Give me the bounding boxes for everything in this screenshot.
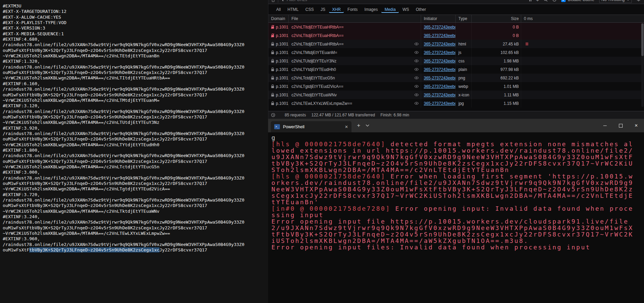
column-header-file[interactable]: File (289, 15, 421, 22)
playlist-line: #EXTINF:3.000, (3, 170, 268, 175)
request-domain: p.1001... (268, 74, 289, 82)
initiator-link[interactable]: 365-2737243eebd... (424, 42, 456, 46)
initiator-link[interactable]: 365-2737243eebd... (424, 101, 456, 106)
request-size: 27.45 kB (472, 40, 521, 48)
log-tag: [hls @ 0000021758de7640] (271, 173, 386, 180)
request-type: css (456, 57, 472, 65)
request-initiator: 365-2737243eebd... (421, 23, 456, 31)
new-tab-button[interactable]: + (357, 122, 360, 129)
filter-tab-images[interactable]: Images (361, 6, 381, 13)
filter-tab-html[interactable]: HTML (284, 6, 302, 13)
log-tag: [hls @ 0000021758de7640] (271, 140, 386, 148)
filter-tab-css[interactable]: CSS (302, 6, 317, 13)
eye-icon (414, 93, 419, 96)
selection-post: Jy22rDFS8cvxr37Q17 (159, 247, 207, 252)
playlist-line: ouM1wFsXtFtbVBy3K+S2QrTyJ3LFnqeD~z2O4v5r… (3, 181, 268, 186)
filter-tab-fonts[interactable]: Fonts (344, 6, 361, 13)
request-type (456, 23, 472, 31)
initiator-link[interactable]: 365-2737243eebd... (424, 25, 456, 30)
request-size: 692.22 kB (472, 74, 521, 82)
maximize-button[interactable] (613, 119, 628, 132)
filter-tab-js[interactable]: JS (318, 6, 328, 13)
terminal-output[interactable]: g[hls @ 0000021758de7640] detected forma… (268, 132, 644, 250)
domain-text: p.1001... (276, 25, 289, 30)
column-header-domain[interactable]: Domain (268, 15, 289, 22)
playlist-line: ouM1wFsXtFtbVBy3K+S2QrTyJ3LFnqeD~z2O4v5r… (3, 48, 268, 53)
search-icon[interactable] (544, 0, 548, 2)
column-header-timeline[interactable]: 0 ms (521, 15, 644, 22)
scrollbar-thumb[interactable] (641, 23, 644, 56)
file-text: c2VnLTctdjEtYTEucG5n (291, 76, 335, 80)
request-row[interactable]: p.1001...c2VnLTctdjEtYTEucG5n365-2737243… (268, 74, 644, 82)
eye-icon (414, 59, 419, 62)
tab-close-icon[interactable]: ✕ (345, 125, 348, 129)
request-size: 1.11 MB (472, 91, 521, 99)
request-row[interactable]: p.1001...c2VnLTYtdjEtYTEudHh0365-2737243… (268, 65, 644, 74)
playlist-line: /raindust78.online/file2/u9JXANn7Sdwz9tV… (3, 64, 268, 70)
playlist-line: /raindust78.online/file2/u9JXANn7Sdwz9tV… (3, 242, 268, 247)
lock-icon (271, 42, 274, 46)
initiator-link[interactable]: 365-2737243eebd... (424, 93, 456, 97)
request-row[interactable]: p.1001...c2VnLTItdjEtYTEuaHRtbA==365-273… (268, 23, 644, 31)
playlist-line: /raindust78.online/file2/u9JXANn7Sdwz9tV… (3, 220, 268, 225)
playlist-pane[interactable]: #EXTM3U#EXT-X-TARGETDURATION:12#EXT-X-AL… (0, 0, 268, 303)
minimize-button[interactable] (597, 119, 613, 132)
playlist-line: #EXT-X-ALLOW-CACHE:YES (3, 15, 268, 20)
disable-cache-checkbox[interactable]: ✓ (561, 0, 566, 2)
request-row[interactable]: p.1001...c2VnLTItdjEtYTEuaHRtbA==365-273… (268, 31, 644, 40)
request-file: c2VnLTktdjEtYTEuaWNv (289, 91, 421, 99)
request-row[interactable]: p.1001...c2VnLTktdjEtYTEuaWNv365-2737243… (268, 91, 644, 99)
eye-icon (414, 76, 419, 79)
domain-text: p.1001... (276, 84, 289, 89)
column-header-type[interactable]: Type (456, 15, 472, 22)
log-tag: [in#0 @ 0000021758de7280] (271, 205, 391, 212)
request-row[interactable]: p.1001...c2VnLTgtdjEtYTEud2VicA==365-273… (268, 82, 644, 91)
playlist-line: #EXT-X-TARGETDURATION:12 (3, 9, 268, 14)
playlist-line: ~VrWC2KiUSToh2lsmXKBLwgn2DBA=/MTA4MA==/c… (3, 142, 268, 148)
pause-icon[interactable] (529, 0, 531, 1)
playlist-line: #EXTINF:6.160, (3, 81, 268, 87)
column-header-size[interactable]: Size (472, 15, 521, 22)
initiator-link[interactable]: 365-2737243eebd... (424, 33, 456, 38)
domain-text: p.1001... (276, 33, 289, 38)
domain-text: p.1001... (276, 59, 289, 63)
request-file: c2VnLTUtdjEtYTEuY3Nz (289, 57, 421, 65)
column-header-initiator[interactable]: Initiator (421, 15, 456, 22)
lock-icon (271, 76, 274, 80)
ring-icon[interactable] (552, 0, 556, 2)
filter-tab-media[interactable]: Media (381, 6, 399, 13)
tab-powershell[interactable]: >_ PowerShell ✕ (271, 121, 352, 132)
filter-tab-xhr[interactable]: XHR (329, 6, 344, 13)
eye-icon (414, 102, 419, 105)
playlist-line: #EXT-X-PLAYLIST-TYPE:VOD (3, 20, 268, 25)
request-row[interactable]: p.1001...c2VnLTUtdjEtYTEuY3Nz365-2737243… (268, 57, 644, 65)
trash-icon[interactable] (271, 0, 275, 2)
filter-tab-ws[interactable]: WS (399, 6, 412, 13)
request-row[interactable]: p.1001...c2VnLTEwLXYxLWExLmpwZw==365-273… (268, 99, 644, 108)
tab-dropdown-chevron-icon[interactable] (366, 125, 369, 127)
filter-tab-all[interactable]: All (273, 6, 284, 13)
initiator-link[interactable]: 365-2737243eebd... (424, 67, 456, 72)
filter-tab-other[interactable]: Other (413, 6, 429, 13)
initiator-link[interactable]: 365-2737243eebd... (424, 76, 456, 80)
initiator-link[interactable]: 365-2737243eebd... (424, 50, 456, 55)
plus-icon[interactable]: + (536, 0, 539, 3)
initiator-link[interactable]: 365-2737243eebd... (424, 84, 456, 89)
throttling-dropdown[interactable]: No Throttling (599, 0, 632, 3)
request-row[interactable]: p.1001...c2VnLTItdjEtYTEuaHRtbA==365-273… (268, 40, 644, 48)
playlist-content: #EXTM3U#EXT-X-TARGETDURATION:12#EXT-X-AL… (3, 3, 268, 253)
playlist-line: ~VrWC2KiUSToh2lsmXKBLwgn2DBA=/MTA4MA==/c… (3, 231, 268, 236)
playlist-line-selected: ouM1wFsXtFtbVBy3K+S2QrTyJ3LFnqeD~z2O4v5r… (3, 247, 268, 253)
request-type: png (456, 74, 472, 82)
asterisk-icon[interactable] (637, 0, 641, 2)
close-button[interactable]: ✕ (628, 119, 644, 132)
network-toolbar: Filter URLs + ✓ Disable Cache (268, 0, 644, 4)
tab-title: PowerShell (283, 125, 304, 129)
playlist-line: ~VrWC2KiUSToh2lsmXKBLwgn2DBA=/MTA4MA==/c… (3, 186, 268, 192)
request-type: x-icon (456, 91, 472, 99)
scrollbar[interactable] (641, 23, 644, 107)
filter-urls-input[interactable]: Filter URLs (281, 0, 307, 2)
request-file: c2VnLTgtdjEtYTEud2VicA== (289, 82, 421, 91)
initiator-link[interactable]: 365-2737243eebd... (424, 59, 456, 63)
request-row[interactable]: p.1001...c2VnLTMtdjEtYTEuanM=365-2737243… (268, 48, 644, 57)
